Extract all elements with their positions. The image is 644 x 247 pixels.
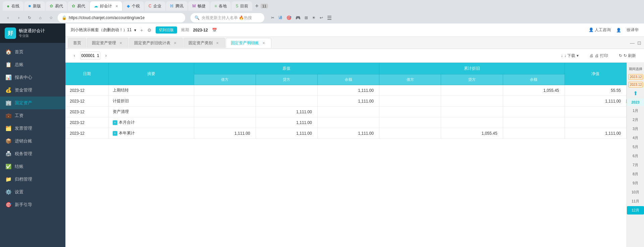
tab1-label: 在线 [11,3,19,9]
tab-fixed-detail[interactable]: 固定资产明细账 ✕ [226,38,271,48]
period-month-10[interactable]: 10月 [627,188,644,196]
sidebar-nav: 🏠 首页 📋 总账 📊 报表中心 💰 资金管理 🏢 固定资产 💼 工资 [0,43,65,247]
sidebar-item-settlement[interactable]: ✅ 结账 [0,160,65,173]
menu-icon[interactable]: ☰ [327,15,332,21]
tab1-favicon: ● [7,3,9,9]
sidebar-item-funds[interactable]: 💰 资金管理 [0,84,65,97]
sidebar-item-purchase-sale[interactable]: 📦 进销台账 [0,135,65,147]
minimize-icon[interactable]: — [630,40,635,46]
print-button[interactable]: 🖨 🖨 打印 [587,52,610,60]
new-tab-button[interactable]: + [255,3,259,10]
browser-tab-3[interactable]: ✿ 易代 [46,1,67,11]
sidebar-item-archive[interactable]: 📁 归档管理 [0,173,65,186]
th-net-value: 净值 [565,63,626,85]
wallet-icon[interactable]: 🎯 [286,15,291,20]
row2-orig-credit [256,96,317,107]
period-month-8[interactable]: 8月 [627,170,644,178]
tab-fixed-category-label: 固定资产类别 [189,40,213,46]
sidebar-label-ledger: 总账 [15,62,23,68]
download-icon: ↓ [561,53,563,58]
browser-tab-8[interactable]: ℍ 腾讯 [166,1,187,11]
grid-icon[interactable]: ⊞ [305,15,308,20]
back-button[interactable]: ‹ [4,14,12,22]
selected-period-end: 2023.12 [628,82,643,87]
game-icon[interactable]: 🎮 [296,15,301,20]
row1-accum-balance: 1,055.45 [503,85,565,96]
tab7-label: 企业 [153,3,161,9]
browser-tab-4[interactable]: ✿ 易代 [68,1,89,11]
forward-button[interactable]: › [15,14,23,22]
tab-depreciation-stat-close[interactable]: ✕ [172,40,178,46]
tab11-favicon: S [235,4,238,8]
translate-icon[interactable]: 译 [278,15,282,21]
period-month-4[interactable]: 4月 [627,134,644,142]
period-scroll-up[interactable]: ⬆ [627,89,644,98]
account-settings-btn[interactable]: ⚙ [147,27,152,33]
sidebar-item-tax[interactable]: 🖨️ 税务管理 [0,147,65,160]
account-dropdown-icon[interactable]: ▾ [134,28,136,33]
calendar-icon[interactable]: 📅 [212,28,217,33]
sidebar-item-settings[interactable]: ⚙️ 设置 [0,186,65,198]
prev-page-button[interactable]: ‹ [71,52,78,59]
refresh-button[interactable]: ↻ ↻ 刷新 [616,52,639,60]
period-month-12[interactable]: 12月 [627,206,644,214]
undo-icon[interactable]: ↩ [320,15,323,20]
tab-fixed-mgmt[interactable]: 固定资产管理 ✕ [87,38,128,48]
tax-icon: 🖨️ [5,151,11,157]
browser-tab-10[interactable]: ≡ 各地 [210,1,231,11]
period-month-2[interactable]: 2月 [627,116,644,124]
address-display[interactable]: 🔒 https://cloud.chanjet.com/accounting/u… [58,13,185,22]
sidebar-item-ledger[interactable]: 📋 总账 [0,58,65,71]
browser-tab-7[interactable]: C 企业 [145,1,166,11]
period-month-1[interactable]: 1月 [627,107,644,115]
period-month-9[interactable]: 9月 [627,179,644,187]
page-input[interactable] [80,52,100,60]
bookmark-button[interactable]: ☆ [47,14,55,22]
account-name: 刘小艳演示账套（勿删勿动！）11 [71,27,131,33]
switch-version-button[interactable]: 切到旧版 [156,26,177,34]
tab-fixed-category-close[interactable]: ✕ [215,40,220,46]
period-month-7[interactable]: 7月 [627,161,644,169]
restore-icon[interactable]: ⊡ [637,40,641,46]
tab-depreciation-stat[interactable]: 固定资产折旧统计表 ✕ [129,38,183,48]
tab-fixed-category[interactable]: 固定资产类别 ✕ [183,38,225,48]
tab-fixed-mgmt-close[interactable]: ✕ [118,40,123,46]
browser-toolbar: ✂ 译 🎯 🎮 ⊞ ☀ ↩ ☰ [271,15,332,21]
browser-tab-2[interactable]: ■ 新版 [24,1,45,11]
sidebar-item-home[interactable]: 🏠 首页 [0,46,65,58]
period-year-2023[interactable]: 2023 [627,99,644,106]
row2-orig-balance: 1,111.00 [317,96,379,107]
browser-tab-11[interactable]: S 目前 [231,1,252,11]
sidebar-item-fixed-assets[interactable]: 🏢 固定资产 [0,97,65,109]
sidebar-item-guide[interactable]: 🎯 新手引导 [0,198,65,211]
add-account-btn[interactable]: + [140,27,143,33]
help-btn[interactable]: 👤 人工咨询 [589,27,611,33]
refresh-button[interactable]: ↻ [25,14,34,22]
browser-tab-9[interactable]: M 畅捷 [188,1,210,11]
browser-tab-5[interactable]: ☁ 好会计 ✕ [90,1,122,11]
browser-tab-6[interactable]: ◆ 个税 [123,1,144,11]
user-avatar[interactable]: 👤 [616,28,621,33]
sidebar-item-salary[interactable]: 💼 工资 [0,109,65,122]
tab-fixed-detail-close[interactable]: ✕ [261,40,266,46]
period-month-6[interactable]: 6月 [627,152,644,160]
home-button[interactable]: ⌂ [36,14,44,22]
search-bar[interactable]: 🔍 央视更新主持人名单 🔥热搜 [191,13,264,22]
tab-home[interactable]: 首页 [68,38,86,48]
theme-icon[interactable]: ☀ [312,15,316,20]
tab5-close[interactable]: ✕ [115,4,118,8]
row5-icon: + [113,131,117,136]
period-month-3[interactable]: 3月 [627,125,644,133]
sidebar-item-reports[interactable]: 📊 报表中心 [0,71,65,84]
cut-icon[interactable]: ✂ [271,15,274,20]
row5-accum-debit [379,128,441,139]
browser-tab-1[interactable]: ● 在线 [3,1,23,11]
row5-accum-credit: 1,055.45 [441,128,503,139]
period-month-5[interactable]: 5月 [627,143,644,151]
next-page-button[interactable]: › [102,52,110,59]
period-month-11[interactable]: 11月 [627,197,644,205]
sidebar-item-invoice[interactable]: 🗂️ 发票管理 [0,122,65,135]
tab5-label: 好会计 [100,3,112,9]
download-button[interactable]: ↓ ↓ 下载 ▾ [558,52,581,60]
tab10-label: 各地 [219,3,227,9]
